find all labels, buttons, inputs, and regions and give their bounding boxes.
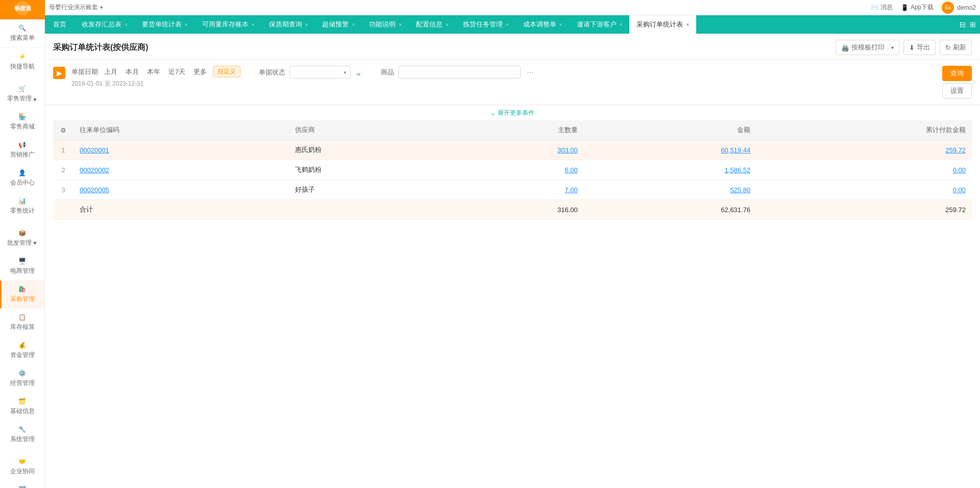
sidebar-item-retail-stats[interactable]: 📊 零售统计: [0, 192, 44, 220]
purchase-icon: 🛍️: [18, 286, 26, 293]
query-button[interactable]: 查询: [942, 66, 972, 81]
th-supplier: 供应商: [289, 120, 449, 140]
row-3-qty[interactable]: 7.00: [449, 180, 584, 200]
row-2-code[interactable]: 00020002: [74, 160, 289, 180]
sidebar-item-enterprise[interactable]: 🤝 企业协同: [0, 453, 44, 481]
settings-button[interactable]: 设置: [942, 83, 972, 98]
goods-more-btn[interactable]: ···: [525, 68, 535, 77]
print-button[interactable]: 🖨️ 按模板打印 ▾: [836, 40, 899, 55]
tab-10-close[interactable]: ×: [620, 22, 623, 28]
refresh-button[interactable]: ↻ 刷新: [940, 40, 972, 55]
row-3-code[interactable]: 00020005: [74, 180, 289, 200]
tab-navigation: 首页 收发存汇总表 × 要货单统计表 × 可用量库存账本 × 保质期查询 × 超…: [45, 15, 980, 34]
tab-1-close[interactable]: ×: [125, 22, 128, 28]
retail-icon: 🛒: [18, 85, 26, 92]
shortcut-more[interactable]: 更多: [191, 66, 209, 78]
tab-6[interactable]: 功能说明 ×: [362, 15, 409, 34]
summary-paid: 259.72: [756, 200, 972, 220]
tab-4-close[interactable]: ×: [305, 22, 308, 28]
row-3-index: 3: [53, 180, 74, 200]
row-2-paid[interactable]: 0.00: [756, 160, 972, 180]
sidebar-shortcut[interactable]: ⚡ 快捷导航: [0, 48, 44, 76]
tab-1[interactable]: 收发存汇总表 ×: [75, 15, 135, 34]
phone-icon: 📱: [901, 4, 909, 11]
sidebar-item-basic[interactable]: 🗂️ 基础信息: [0, 393, 44, 421]
page-header-actions: 🖨️ 按模板打印 ▾ ⬇ 导出 ↻ 刷新: [836, 40, 972, 55]
sidebar-search[interactable]: 🔍 搜索菜单: [0, 19, 44, 48]
sidebar-item-purchase[interactable]: 🛍️ 采购管理: [0, 280, 44, 309]
app-download-btn[interactable]: 📱 App下载: [901, 3, 934, 12]
table-row: 2 00020002 飞鹤奶粉 6.00 1,586.52 0.00: [53, 160, 972, 180]
sidebar-item-finance[interactable]: 💰 资金管理: [0, 337, 44, 365]
expand-more-btn[interactable]: ⌄ 展开更多条件: [45, 105, 980, 120]
status-clear-icon[interactable]: ⌄: [355, 67, 362, 78]
th-settings[interactable]: ⚙: [53, 120, 74, 140]
workspace-selector[interactable]: 母婴行业演示账套 ▾: [49, 3, 103, 12]
shortcut-last-month[interactable]: 上月: [102, 66, 119, 78]
row-3-amount[interactable]: 525.80: [584, 180, 756, 200]
tab-8[interactable]: 拣货任务管理 ×: [456, 15, 516, 34]
shortcut-7days[interactable]: 近7天: [166, 66, 187, 78]
shortcut-this-month[interactable]: 本月: [124, 66, 141, 78]
th-amount: 金额: [584, 120, 756, 140]
export-button[interactable]: ⬇ 导出: [903, 40, 936, 55]
status-select[interactable]: [289, 66, 351, 79]
tab-7-close[interactable]: ×: [446, 22, 449, 28]
shop-icon: 🏪: [18, 113, 26, 120]
sidebar-item-system[interactable]: 🔧 系统管理: [0, 421, 44, 449]
row-1-amount[interactable]: 60,519.44: [584, 140, 756, 160]
tab-6-close[interactable]: ×: [399, 22, 402, 28]
filter-toggle-btn[interactable]: ▶: [53, 67, 65, 79]
tab-minimize-btn[interactable]: ⊟: [960, 20, 966, 29]
sidebar-item-newguide[interactable]: 🆕 新手引导: [0, 481, 44, 488]
tab-5-close[interactable]: ×: [352, 22, 355, 28]
tab-10[interactable]: 邀请下游客户 ×: [570, 15, 630, 34]
sidebar-item-wholesale[interactable]: 📦 批发管理 ▼: [0, 224, 44, 252]
th-qty: 主数量: [449, 120, 584, 140]
custom-date-badge[interactable]: 自定义: [213, 66, 240, 78]
column-settings-icon[interactable]: ⚙: [60, 126, 66, 134]
sidebar-item-inventory[interactable]: 📋 库存核算: [0, 309, 44, 337]
app-logo: 畅捷通: [0, 0, 45, 19]
summary-row: 合计 316.00 62,631.76 259.72: [53, 200, 972, 220]
row-1-index: 1: [53, 140, 74, 160]
row-1-paid[interactable]: 259.72: [756, 140, 972, 160]
sidebar-item-retail-mall[interactable]: 🏪 零售商城: [0, 108, 44, 136]
sidebar-item-retail[interactable]: 🛒 零售管理 ▲: [0, 80, 44, 108]
tab-9-close[interactable]: ×: [559, 22, 562, 28]
tab-4[interactable]: 保质期查询 ×: [262, 15, 315, 34]
goods-input[interactable]: [398, 66, 521, 79]
tab-11-close[interactable]: ×: [686, 22, 689, 28]
shortcut-this-year[interactable]: 本年: [145, 66, 162, 78]
tab-2-close[interactable]: ×: [185, 22, 188, 28]
stats-icon: 📊: [18, 197, 26, 204]
basic-icon: 🗂️: [18, 398, 26, 405]
row-3-supplier: 好孩子: [289, 180, 449, 200]
tab-3[interactable]: 可用量库存账本 ×: [195, 15, 262, 34]
row-2-amount[interactable]: 1,586.52: [584, 160, 756, 180]
row-1-code[interactable]: 00020001: [74, 140, 289, 160]
chevron-down-icon: ▲: [33, 96, 38, 101]
sidebar-item-ecommerce[interactable]: 🖥️ 电商管理: [0, 252, 44, 280]
row-1-qty[interactable]: 303.00: [449, 140, 584, 160]
sidebar-item-marketing[interactable]: 📢 营销推广: [0, 136, 44, 164]
tab-home[interactable]: 首页: [45, 15, 75, 34]
summary-amount: 62,631.76: [584, 200, 756, 220]
sidebar-item-operation[interactable]: ⚙️ 经营管理: [0, 365, 44, 393]
tab-7[interactable]: 配置信息 ×: [409, 15, 456, 34]
tab-8-close[interactable]: ×: [506, 22, 509, 28]
row-2-qty[interactable]: 6.00: [449, 160, 584, 180]
tab-2[interactable]: 要货单统计表 ×: [135, 15, 195, 34]
message-btn[interactable]: ✉️ 消息: [871, 3, 893, 12]
tab-5[interactable]: 超储预警 ×: [315, 15, 362, 34]
main-content: 母婴行业演示账套 ▾ ✉️ 消息 📱 App下载 Ea demo2 首页: [45, 0, 980, 488]
tab-9[interactable]: 成本调整单 ×: [516, 15, 570, 34]
user-profile[interactable]: Ea demo2: [942, 2, 976, 14]
page-header: 采购订单统计表(按供应商) 🖨️ 按模板打印 ▾ ⬇ 导出 ↻ 刷新: [45, 34, 980, 60]
operation-icon: ⚙️: [18, 370, 26, 377]
tab-maximize-btn[interactable]: ⊞: [970, 20, 976, 29]
row-3-paid[interactable]: 0.00: [756, 180, 972, 200]
sidebar-item-member[interactable]: 👤 会员中心: [0, 164, 44, 192]
tab-11[interactable]: 采购订单统计表 ×: [629, 15, 696, 34]
tab-3-close[interactable]: ×: [252, 22, 255, 28]
